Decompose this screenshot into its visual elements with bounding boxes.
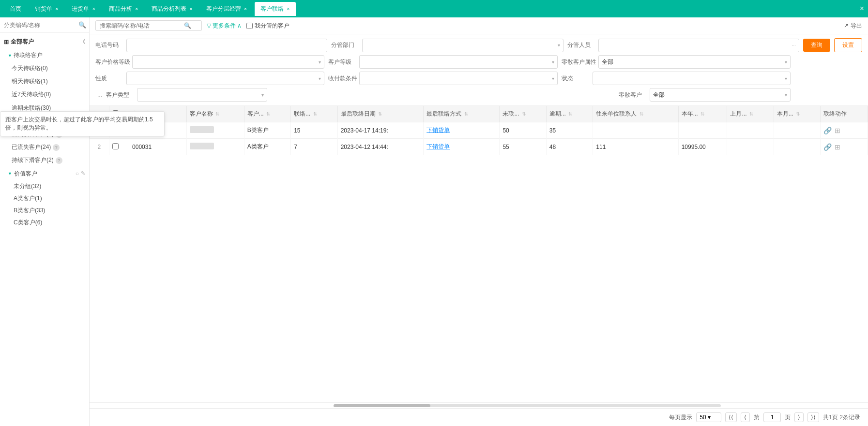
chevron-up-icon: ∧ — [237, 22, 242, 29]
collapse-icon[interactable]: 《 — [80, 38, 85, 45]
first-page-button[interactable]: ⟨⟨ — [725, 412, 737, 422]
filter-customer-level: 客户等级 ▾ — [328, 55, 557, 69]
tab-customer-tiered[interactable]: 客户分层经营 × — [200, 2, 253, 16]
dept-select[interactable]: ▾ — [362, 39, 563, 52]
more-filters-icon[interactable]: ... — [95, 91, 104, 98]
close-icon[interactable]: × — [244, 6, 247, 12]
sidebar-item-today[interactable]: 今天待联络(0) — [0, 62, 89, 75]
sidebar-item-already-lost[interactable]: 已流失客户(24) ? — [0, 141, 89, 154]
sidebar-sub-item-c[interactable]: C类客户(6) — [0, 217, 89, 229]
search-icon[interactable]: 🔍 — [184, 22, 191, 29]
tab-home[interactable]: 首页 — [4, 2, 27, 16]
customer-type-select[interactable]: ▾ — [137, 88, 267, 102]
cell-last-method[interactable]: 下销货单 — [424, 139, 500, 155]
cell-last-method[interactable]: 下销货单 — [424, 122, 500, 139]
sort-icon[interactable]: ⇅ — [522, 111, 526, 117]
main-layout: 🔍 ⊞ 全部客户 《 ▼ 待联络客户 今天待联络(0) 明天待联络(1) 近7天… — [0, 17, 868, 426]
sidebar-sub-item-ungrouped[interactable]: 未分组(32) — [0, 180, 89, 192]
payment-select[interactable]: ▾ — [359, 72, 557, 85]
link-icon[interactable]: 🔗 — [823, 127, 832, 134]
sort-icon[interactable]: ⇅ — [266, 111, 270, 117]
ellipsis-icon: ··· — [792, 43, 796, 48]
value-customers-group[interactable]: ▼ 价值客户 ○ ✎ — [0, 167, 89, 180]
main-search-input[interactable] — [100, 22, 182, 29]
price-level-select[interactable]: ▾ — [132, 55, 324, 69]
cell-overdue: 35 — [546, 122, 593, 139]
more-conditions-button[interactable]: ▽ 更多条件 ∧ — [207, 22, 242, 30]
scrollbar-track[interactable] — [334, 404, 721, 407]
next-page-button[interactable]: ⟩ — [794, 412, 804, 422]
status-select[interactable]: ▾ — [593, 72, 791, 85]
sort-icon[interactable]: ⇅ — [378, 111, 382, 117]
sidebar-sub-item-a[interactable]: A类客户(1) — [0, 192, 89, 205]
col-action: 联络动作 — [821, 106, 868, 122]
close-icon[interactable]: × — [135, 6, 138, 12]
all-customers-header[interactable]: ⊞ 全部客户 《 — [0, 35, 89, 49]
settings-button[interactable]: 设置 — [834, 38, 862, 52]
tab-product-analysis-list[interactable]: 商品分析列表 × — [146, 2, 198, 16]
sort-icon[interactable]: ⇅ — [215, 111, 219, 117]
sidebar-item-continuous-decline[interactable]: 持续下滑客户(2) ? — [0, 154, 89, 167]
cell-contact: 15 — [291, 122, 337, 139]
close-icon[interactable]: × — [287, 6, 289, 12]
prev-page-button[interactable]: ⟨ — [741, 412, 750, 422]
sort-icon[interactable]: ⇅ — [700, 111, 704, 117]
tab-sales-order[interactable]: 销货单 × — [29, 2, 64, 16]
close-icon[interactable]: × — [92, 6, 95, 12]
tab-purchase-order[interactable]: 进货单 × — [66, 2, 101, 16]
retail-attr-select[interactable]: 全部 ▾ — [598, 55, 791, 69]
export-button[interactable]: ↗ 导出 — [844, 22, 862, 30]
col-unit-contact: 往来单位联系人 ⇅ — [593, 106, 678, 122]
content-area: 🔍 ▽ 更多条件 ∧ 我分管的客户 ↗ 导出 电话号码 — [90, 17, 868, 426]
sort-icon[interactable]: ⇅ — [796, 111, 800, 117]
query-button[interactable]: 查询 — [803, 39, 830, 52]
close-icon[interactable]: × — [55, 6, 58, 12]
cell-code: 000031 — [129, 139, 187, 155]
filter-gender: 性质 ▾ — [95, 72, 324, 85]
filter-status: 状态 ▾ — [562, 72, 791, 85]
cell-current-month — [774, 122, 820, 139]
sort-icon[interactable]: ⇅ — [464, 111, 468, 117]
close-icon[interactable]: × — [189, 6, 192, 12]
grid-action-icon[interactable]: ⊞ — [835, 127, 840, 134]
search-icon[interactable]: 🔍 — [78, 21, 86, 29]
last-page-button[interactable]: ⟩⟩ — [807, 412, 819, 422]
gender-select[interactable]: ▾ — [126, 72, 324, 85]
row-checkbox[interactable] — [112, 143, 119, 149]
phone-input[interactable] — [126, 39, 327, 52]
settings-icon[interactable]: ○ — [76, 170, 79, 177]
cell-current-year: 10995.00 — [678, 139, 727, 155]
sort-icon[interactable]: ⇅ — [749, 111, 753, 117]
sidebar-item-7days[interactable]: 近7天待联络(0) — [0, 88, 89, 101]
chevron-down-icon: ▾ — [708, 414, 711, 421]
tooltip-box: 距客户上次交易时长，超过了此客户的平均交易周期的1.5倍，则视为异常。 — [0, 111, 90, 136]
customers-table: ⚙ 客户编码 ⇅ 客户名称 ⇅ 客户... ⇅ — [90, 106, 868, 155]
cell-contact: 7 — [291, 139, 337, 155]
chevron-down-icon: ▾ — [319, 59, 321, 65]
sort-icon[interactable]: ⇅ — [313, 111, 317, 117]
horizontal-scrollbar[interactable] — [90, 402, 868, 408]
filter-retail-customer: 零散客户 全部 ▾ — [619, 88, 791, 102]
retail-customer-select[interactable]: 全部 ▾ — [650, 88, 791, 102]
chevron-down-icon: ▾ — [319, 76, 321, 81]
sort-icon[interactable]: ⇅ — [640, 111, 643, 117]
sort-icon[interactable]: ⇅ — [568, 111, 572, 117]
close-all-button[interactable]: × — [860, 4, 864, 13]
customer-level-select[interactable]: ▾ — [359, 55, 557, 69]
my-customers-checkbox[interactable] — [246, 23, 253, 29]
grid-action-icon[interactable]: ⊞ — [835, 143, 840, 151]
person-select[interactable]: ··· — [598, 39, 799, 52]
pending-contact-group[interactable]: ▼ 待联络客户 — [0, 49, 89, 62]
tab-customer-contact[interactable]: 客户联络 × — [255, 2, 295, 16]
page-number-input[interactable] — [763, 412, 781, 422]
cell-current-year — [678, 122, 727, 139]
link-icon[interactable]: 🔗 — [823, 143, 832, 151]
page-size-select[interactable]: 50 ▾ — [696, 412, 721, 422]
category-search-input[interactable] — [4, 22, 76, 29]
scrollbar-thumb[interactable] — [334, 404, 430, 407]
tab-product-analysis[interactable]: 商品分析 × — [103, 2, 144, 16]
edit-icon[interactable]: ✎ — [81, 170, 85, 177]
sidebar-item-tomorrow[interactable]: 明天待联络(1) — [0, 75, 89, 88]
sidebar-tree: ⊞ 全部客户 《 ▼ 待联络客户 今天待联络(0) 明天待联络(1) 近7天待联… — [0, 33, 89, 426]
sidebar-sub-item-b[interactable]: B类客户(33) — [0, 205, 89, 217]
